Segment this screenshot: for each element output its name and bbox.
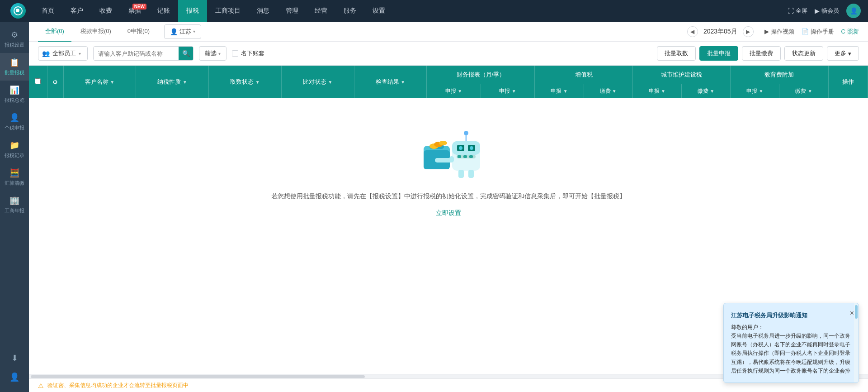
- th-tax-nature: 纳税性质 ▼: [136, 66, 209, 98]
- refresh-button[interactable]: C 照新: [841, 28, 859, 36]
- filter-button[interactable]: 筛选 ▾: [199, 46, 226, 61]
- sidebar-bottom: ⬇ 👤: [0, 349, 29, 392]
- sort-icon-ep: ▼: [808, 89, 812, 94]
- employee-chevron-icon: ▾: [79, 51, 81, 56]
- sort-icon-tax-nature: ▼: [183, 80, 187, 85]
- svg-rect-22: [449, 156, 454, 163]
- nav-billing[interactable]: 收费: [91, 0, 120, 22]
- tab-all[interactable]: 全部(0): [38, 22, 71, 42]
- empty-message: 若您想使用批量报税功能，请先在【报税设置】中进行报税的初始化设置，完成密码验证和…: [271, 191, 626, 202]
- more-chevron-icon: ▾: [848, 50, 851, 57]
- tab-tax-declare[interactable]: 税款申报(0): [73, 22, 118, 42]
- tab-zero-declare[interactable]: 0申报(0): [120, 22, 157, 42]
- popup-scrollbar[interactable]: [854, 303, 859, 382]
- employee-selector[interactable]: 👥 全部员工 ▾: [38, 46, 88, 61]
- svg-rect-18: [455, 162, 477, 171]
- app-logo[interactable]: [7, 0, 29, 22]
- th-edu-pay: 缴费 ▼: [779, 84, 828, 98]
- sidebar-item-tax-records[interactable]: 📁 报税记录: [0, 136, 29, 163]
- nav-manage[interactable]: 管理: [278, 0, 307, 22]
- sort-icon-fd: ▼: [458, 89, 462, 94]
- batch-declare-button[interactable]: 批量申报: [699, 46, 738, 61]
- batch-tax-icon: 📋: [9, 57, 19, 67]
- sidebar-item-batch-tax[interactable]: 📋 批量报税: [0, 53, 29, 81]
- batch-fetch-button[interactable]: 批量取数: [657, 46, 696, 61]
- sidebar-item-tax-settings[interactable]: ⚙ 报税设置: [0, 25, 29, 53]
- tax-records-icon: 📁: [9, 140, 19, 150]
- nav-customer[interactable]: 客户: [62, 0, 91, 22]
- nav-accounting[interactable]: 记账: [149, 0, 178, 22]
- sidebar-item-download[interactable]: ⬇: [0, 349, 29, 368]
- scroll-thumb[interactable]: [31, 375, 365, 378]
- gear-icon[interactable]: ⚙: [52, 79, 58, 86]
- new-badge: NEW: [132, 4, 146, 10]
- popup-scroll-thumb[interactable]: [855, 305, 858, 319]
- svg-point-11: [470, 146, 473, 150]
- nav-service[interactable]: 服务: [335, 0, 364, 22]
- sort-icon-cp: ▼: [710, 89, 714, 94]
- member-button[interactable]: ▶ 畅会员: [815, 7, 839, 15]
- notification-title: 江苏电子税务局升级影响通知: [731, 311, 851, 320]
- sidebar-item-user[interactable]: 👤: [0, 368, 29, 387]
- employee-icon: 👥: [42, 50, 50, 57]
- search-icon: 🔍: [182, 50, 190, 57]
- next-month-button[interactable]: ▶: [743, 26, 754, 37]
- nav-business[interactable]: 工商项目: [207, 0, 249, 22]
- search-button[interactable]: 🔍: [179, 46, 193, 61]
- th-gear: ⚙: [47, 66, 63, 98]
- tab-right-buttons: ▶ 操作视频 📄 操作手册 C 照新: [764, 28, 859, 36]
- operation-video-button[interactable]: ▶ 操作视频: [764, 28, 794, 36]
- filter-chevron-icon: ▾: [218, 51, 221, 56]
- prev-month-button[interactable]: ◀: [687, 26, 698, 37]
- sidebar-item-annual-report[interactable]: 🏢 工商年报: [0, 191, 29, 219]
- svg-rect-19: [458, 170, 464, 178]
- th-financial-declare: 申报 ▼: [427, 84, 481, 98]
- sidebar-item-personal-tax[interactable]: 👤 个税申报: [0, 108, 29, 136]
- sidebar-item-tax-overview[interactable]: 📊 报税总览: [0, 81, 29, 108]
- operation-manual-button[interactable]: 📄 操作手册: [802, 28, 834, 36]
- annual-report-icon: 🏢: [9, 196, 19, 206]
- robot-illustration: [421, 125, 476, 180]
- svg-point-10: [459, 146, 462, 150]
- th-operation: 操作: [828, 66, 868, 98]
- user-avatar[interactable]: 👤: [846, 4, 861, 18]
- svg-rect-16: [463, 155, 467, 158]
- nav-invoice[interactable]: 票据 NEW: [120, 0, 149, 22]
- notification-close-button[interactable]: ×: [850, 307, 854, 319]
- current-month: 2023年05月: [703, 28, 737, 36]
- svg-rect-17: [469, 155, 473, 158]
- fullscreen-button[interactable]: ⛶ 全屏: [788, 7, 807, 15]
- tab-bar: 全部(0) 税款申报(0) 0申报(0) 👤 江苏 ▾ ◀ 2023年05月 ▶…: [29, 22, 868, 42]
- nav-operation[interactable]: 经营: [307, 0, 335, 22]
- sidebar-item-settlement[interactable]: 🧮 汇算清缴: [0, 163, 29, 191]
- nav-message[interactable]: 消息: [249, 0, 278, 22]
- empty-state: 若您想使用批量报税功能，请先在【报税设置】中进行报税的初始化设置，完成密码验证和…: [29, 98, 868, 244]
- nav-settings[interactable]: 设置: [364, 0, 393, 22]
- sort-icon-vp: ▼: [612, 89, 617, 94]
- sidebar: ⚙ 报税设置 📋 批量报税 📊 报税总览 👤 个税申报 📁 报税记录 🧮 汇算清…: [0, 22, 29, 392]
- account-suite-checkbox[interactable]: 名下账套: [232, 49, 264, 57]
- province-chevron-icon: ▾: [193, 29, 195, 34]
- personal-tax-icon: 👤: [9, 113, 19, 123]
- nav-tax[interactable]: 报税: [178, 0, 207, 22]
- select-all-checkbox[interactable]: [35, 78, 41, 84]
- province-selector[interactable]: 👤 江苏 ▾: [164, 24, 201, 39]
- search-input[interactable]: [94, 47, 179, 60]
- th-vat-pay: 缴费 ▼: [584, 84, 632, 98]
- checkbox-box: [232, 50, 238, 57]
- notification-content: 尊敬的用户：受当前电子税务局进一步升级的影响，同一个政务网账号（办税人）名下的企…: [731, 323, 851, 375]
- more-button[interactable]: 更多 ▾: [827, 46, 859, 61]
- empty-state-row: 若您想使用批量报税功能，请先在【报税设置】中进行报税的初始化设置，完成密码验证和…: [29, 98, 868, 244]
- setup-link[interactable]: 立即设置: [436, 209, 461, 217]
- batch-pay-button[interactable]: 批量缴费: [742, 46, 781, 61]
- sort-icon-vd: ▼: [563, 89, 568, 94]
- table-body: 若您想使用批量报税功能，请先在【报税设置】中进行报税的初始化设置，完成密码验证和…: [29, 98, 868, 244]
- svg-point-5: [439, 141, 447, 145]
- status-update-button[interactable]: 状态更新: [784, 46, 823, 61]
- nav-home[interactable]: 首页: [33, 0, 62, 22]
- th-financial-declare2: 申报 ▼: [481, 84, 534, 98]
- th-vat: 增值税: [535, 66, 632, 84]
- svg-rect-15: [458, 155, 461, 158]
- download-icon: ⬇: [9, 353, 19, 363]
- toolbar-right: 批量取数 批量申报 批量缴费 状态更新 更多 ▾: [657, 46, 859, 61]
